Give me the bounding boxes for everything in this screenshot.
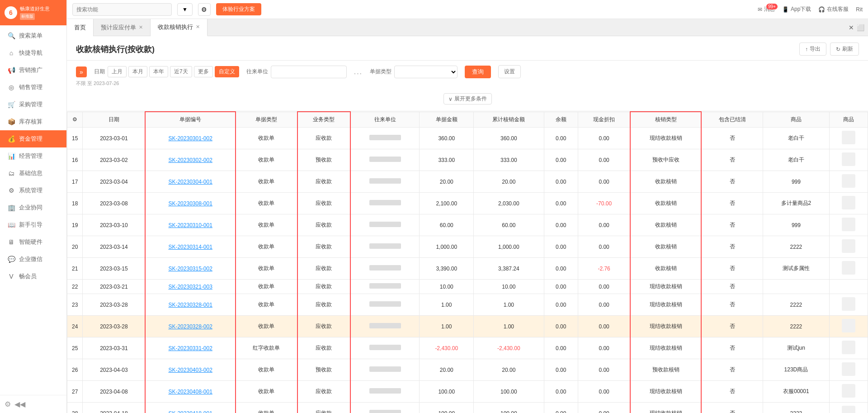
sidebar-item-operation[interactable]: 📊 经营管理 bbox=[0, 147, 66, 165]
row-verify-type: 预收中应收 bbox=[630, 149, 701, 171]
filter-date-buttons: 上月 本月 本年 近7天 更多 自定义 bbox=[108, 66, 239, 77]
settings-footer-btn[interactable]: ⚙ bbox=[5, 400, 11, 408]
row-verify-type: 收款核销 bbox=[630, 171, 701, 193]
sidebar-item-label: 新手引导 bbox=[19, 221, 42, 229]
inventory-icon: 📦 bbox=[7, 118, 15, 126]
row-cum-amount: 100.00 bbox=[474, 403, 544, 413]
topbar-user[interactable]: Rit bbox=[856, 6, 863, 13]
sidebar-item-system[interactable]: ⚙ 系统管理 bbox=[0, 182, 66, 199]
filter-custom-btn[interactable]: 自定义 bbox=[215, 66, 239, 77]
goods-thumbnail bbox=[842, 174, 855, 188]
export-btn[interactable]: ↑ 导出 bbox=[799, 43, 826, 56]
sidebar-item-marketing[interactable]: 📢 营销推广 bbox=[0, 62, 66, 79]
logo-icon: 6 bbox=[5, 6, 17, 19]
sidebar-item-wechat[interactable]: 💬 企业微信 bbox=[0, 251, 66, 268]
filter-dots: ... bbox=[354, 68, 363, 76]
row-balance: 0.00 bbox=[544, 149, 578, 171]
collapse-btn[interactable]: ◀◀ bbox=[14, 400, 25, 408]
search-icon: 🔍 bbox=[7, 32, 15, 40]
row-amount: 1.00 bbox=[420, 316, 474, 337]
filter-partner-input[interactable] bbox=[271, 66, 347, 78]
row-partner bbox=[350, 193, 420, 214]
col-settings[interactable]: ⚙ bbox=[67, 112, 83, 128]
sidebar-item-hardware[interactable]: 🖥 智能硬件 bbox=[0, 233, 66, 251]
filter-toggle-btn[interactable]: » bbox=[76, 66, 87, 77]
sidebar-item-label: 系统管理 bbox=[19, 186, 42, 195]
sidebar-item-sales[interactable]: ◎ 销售管理 bbox=[0, 79, 66, 96]
sidebar-item-search[interactable]: 🔍 搜索菜单 bbox=[0, 27, 66, 44]
sidebar-item-corp[interactable]: 🏢 企业协同 bbox=[0, 199, 66, 216]
tab-payable-label: 预计应应付单 bbox=[101, 24, 136, 32]
filter-last-month-btn[interactable]: 上月 bbox=[108, 66, 127, 77]
row-no: 20 bbox=[67, 236, 83, 258]
sidebar-item-newbie[interactable]: 📖 新手引导 bbox=[0, 216, 66, 233]
table-row: 28 2023-04-18 SK-20230418-001 收款单 应收款 10… bbox=[67, 403, 868, 413]
row-biz-type: 应收款 bbox=[297, 403, 350, 413]
row-partner bbox=[350, 258, 420, 280]
row-doc-no: SK-20230331-002 bbox=[145, 337, 236, 359]
filter-this-year-btn[interactable]: 本年 bbox=[149, 66, 168, 77]
row-date: 2023-03-21 bbox=[83, 280, 146, 294]
sidebar-item-purchase[interactable]: 🛒 采购管理 bbox=[0, 96, 66, 113]
row-doc-no: SK-20230321-003 bbox=[145, 280, 236, 294]
row-discount: 0.00 bbox=[578, 403, 630, 413]
topbar-dropdown-btn[interactable]: ▼ bbox=[177, 3, 193, 16]
row-balance: 0.00 bbox=[544, 258, 578, 280]
tab-home[interactable]: 首页 bbox=[67, 19, 94, 36]
tab-close-all-btn[interactable]: ✕ bbox=[849, 24, 854, 31]
row-included: 否 bbox=[701, 316, 763, 337]
topbar-solution-btn[interactable]: 体验行业方案 bbox=[216, 3, 261, 15]
refresh-btn[interactable]: ↻ 刷新 bbox=[830, 43, 859, 56]
sidebar-item-member[interactable]: V 畅会员 bbox=[0, 268, 66, 285]
row-included: 否 bbox=[701, 294, 763, 316]
sidebar-item-finance[interactable]: 💰 资金管理 bbox=[0, 130, 66, 147]
row-amount: 100.00 bbox=[420, 381, 474, 403]
row-biz-type: 应收款 bbox=[297, 171, 350, 193]
row-goods-img bbox=[829, 236, 868, 258]
row-partner bbox=[350, 294, 420, 316]
tab-collect-label: 收款核销执行 bbox=[158, 23, 193, 31]
filter-doctype-select[interactable] bbox=[394, 66, 458, 78]
sidebar-item-basic[interactable]: 🗂 基础信息 bbox=[0, 165, 66, 182]
tab-collect[interactable]: 收款核销执行 ✕ bbox=[151, 19, 208, 36]
filter-this-month-btn[interactable]: 本月 bbox=[128, 66, 147, 77]
filter-more-btn[interactable]: 更多 bbox=[194, 66, 213, 77]
row-no: 17 bbox=[67, 171, 83, 193]
topbar-gear-btn[interactable]: ⚙ bbox=[198, 3, 211, 16]
tab-maximize-btn[interactable]: ⬜ bbox=[857, 24, 864, 31]
topbar-message-btn[interactable]: ✉ 消息 99+ bbox=[758, 5, 775, 13]
basic-icon: 🗂 bbox=[7, 169, 15, 177]
row-doc-type: 收款单 bbox=[236, 359, 297, 381]
sidebar-item-guide[interactable]: ⌂ 快捷导航 bbox=[0, 44, 66, 62]
topbar-search-input[interactable] bbox=[72, 3, 172, 16]
sidebar-item-label: 销售管理 bbox=[19, 83, 42, 91]
row-verify-type: 预收款核销 bbox=[630, 359, 701, 381]
row-doc-type: 收款单 bbox=[236, 236, 297, 258]
sales-icon: ◎ bbox=[7, 83, 15, 91]
row-biz-type: 应收款 bbox=[297, 316, 350, 337]
row-no: 24 bbox=[67, 316, 83, 337]
finance-icon: 💰 bbox=[7, 135, 15, 143]
table-row: 26 2023-04-03 SK-20230403-002 收款单 预收款 20… bbox=[67, 359, 868, 381]
row-cum-amount: 3,387.24 bbox=[474, 258, 544, 280]
row-doc-no: SK-20230308-001 bbox=[145, 193, 236, 214]
row-balance: 0.00 bbox=[544, 294, 578, 316]
sidebar-item-inventory[interactable]: 📦 库存核算 bbox=[0, 113, 66, 130]
row-doc-no: SK-20230315-002 bbox=[145, 258, 236, 280]
home-icon: ⌂ bbox=[7, 49, 15, 57]
sidebar-item-label: 畅会员 bbox=[19, 272, 37, 280]
filter-query-btn[interactable]: 查询 bbox=[465, 66, 491, 78]
topbar-service-btn[interactable]: 🎧 在线客服 bbox=[818, 5, 849, 13]
row-doc-type: 收款单 bbox=[236, 258, 297, 280]
row-goods-img bbox=[829, 149, 868, 171]
row-date: 2023-03-01 bbox=[83, 128, 146, 149]
filter-setting-btn[interactable]: 设置 bbox=[498, 65, 521, 78]
filter-7days-btn[interactable]: 近7天 bbox=[170, 66, 192, 77]
tab-payable-close[interactable]: ✕ bbox=[139, 24, 143, 30]
col-cum-amount: 累计核销金额 bbox=[474, 112, 544, 128]
expand-conditions-btn[interactable]: ∨ 展开更多条件 bbox=[443, 93, 492, 104]
tab-payable[interactable]: 预计应应付单 ✕ bbox=[94, 19, 151, 36]
row-partner bbox=[350, 381, 420, 403]
topbar-app-btn[interactable]: 📱 App下载 bbox=[782, 5, 811, 13]
tab-collect-close[interactable]: ✕ bbox=[196, 24, 200, 30]
